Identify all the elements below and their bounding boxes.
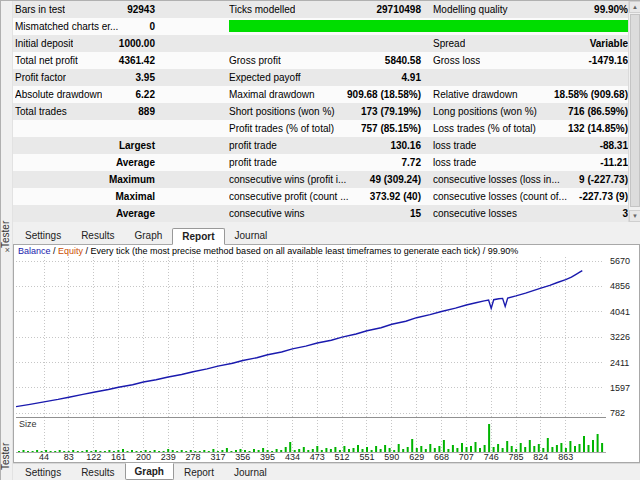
tab-results[interactable]: Results [71,227,124,244]
chart-legend: Balance / Equity / Every tick (the most … [18,246,603,257]
tab-results[interactable]: Results [71,464,124,480]
tab-report[interactable]: Report [174,464,224,480]
y-tick-label: 2411 [610,358,640,368]
tab-journal[interactable]: Journal [224,464,277,480]
report-label: Total net profit [15,55,78,66]
legend-separator: / [51,246,59,256]
report-row: Averageprofit trade7.72loss trade-11.21 [13,154,628,171]
report-value: Maximal [116,191,155,202]
x-tick-label: 824 [529,452,553,462]
report-value: Average [116,208,155,219]
report-row: Initial deposit1000.00SpreadVariable [13,35,628,52]
x-tick-label: 395 [256,452,280,462]
x-tick-label: 356 [231,452,255,462]
scroll-up-icon[interactable]: ▲ [629,1,640,13]
report-row: Total trades889Short positions (won %)17… [13,103,628,120]
report-row: Mismatched charts er...0 [13,18,628,35]
report-value: 130.16 [390,140,421,151]
x-tick-label: 629 [405,452,429,462]
x-tick-label: 512 [330,452,354,462]
x-tick-label: 122 [82,452,106,462]
report-value: 373.92 (40) [370,191,421,202]
x-tick-label: 44 [32,452,56,462]
report-label: loss trade [433,140,476,151]
y-tick-label: 4041 [610,307,640,317]
tester-tabbar: SettingsResultsGraphReportJournal [13,463,640,480]
tab-graph[interactable]: Graph [125,227,173,244]
report-label: Profit trades (% of total) [229,123,334,134]
report-value: 99.90% [594,4,628,15]
report-label: Expected payoff [229,72,301,83]
report-value: -11.21 [600,157,628,168]
report-value: 757 (85.15%) [361,123,421,134]
x-tick-label: 863 [554,452,578,462]
report-value: 132 (14.85%) [568,123,628,134]
x-tick-label: 785 [504,452,528,462]
size-axis-label: Size [19,419,37,429]
report-value: 6.22 [136,89,155,100]
report-label: Maximal drawdown [229,89,315,100]
report-label: Gross loss [433,55,480,66]
report-label: Short positions (won %) [229,106,335,117]
tab-report[interactable]: Report [172,228,224,245]
x-tick-label: 707 [454,452,478,462]
report-value: -1479.16 [589,55,628,66]
tester-panel: × Tester Tester Bars in test92943Ticks m… [0,0,640,480]
scroll-down-icon[interactable]: ▼ [629,210,640,222]
x-tick-label: 590 [380,452,404,462]
report-value: 4361.42 [119,55,155,66]
x-tick-label: 746 [479,452,503,462]
report-row: Total net profit4361.42Gross profit5840.… [13,52,628,69]
y-tick-label: 1597 [610,383,640,393]
y-tick-label: 782 [610,408,640,418]
report-row: Profit factor3.95Expected payoff4.91 [13,69,628,86]
x-tick-label: 668 [429,452,453,462]
report-value: 5840.58 [385,55,421,66]
report-row: Maximalconsecutive profit (count ...373.… [13,188,628,205]
report-label: consecutive wins [229,208,305,219]
report-value: -227.73 (9) [579,191,628,202]
report-value: 3.95 [136,72,155,83]
report-value: 889 [138,106,155,117]
tab-graph[interactable]: Graph [125,463,174,480]
x-tick-label: 83 [57,452,81,462]
report-value: 173 (79.19%) [361,106,421,117]
x-tick-label: 239 [156,452,180,462]
report-label: profit trade [229,157,277,168]
tester-vertical-title: Tester [0,433,14,479]
tab-journal[interactable]: Journal [225,227,278,244]
report-label: Gross profit [229,55,281,66]
x-tick-label: 278 [181,452,205,462]
report-label: Long positions (won %) [433,106,537,117]
tab-settings[interactable]: Settings [15,227,71,244]
size-chart [16,417,606,453]
report-scrollbar[interactable]: ▲ ▼ [628,1,640,222]
report-label: Loss trades (% of total) [433,123,536,134]
report-value: 0 [149,21,155,32]
x-tick-label: 200 [131,452,155,462]
report-label: profit trade [229,140,277,151]
report-row: Profit trades (% of total)757 (85.15%)Lo… [13,120,628,137]
tab-settings[interactable]: Settings [15,464,71,480]
report-row: Bars in test92943Ticks modelled29710498M… [13,1,628,18]
report-row: Averageconsecutive wins15consecutive los… [13,205,628,222]
legend-equity: Equity [58,246,83,256]
report-value: 9 (-227.73) [579,174,628,185]
scrollbar-thumb[interactable] [630,14,640,207]
tester-vertical-title: Tester [0,211,14,257]
report-label: Profit factor [15,72,66,83]
report-label: Modelling quality [433,4,508,15]
report-label: Bars in test [15,4,65,15]
report-value: 18.58% (909.68) [554,89,628,100]
report-label: Initial deposit [15,38,73,49]
report-value: Largest [119,140,155,151]
report-label: consecutive losses (loss in... [433,174,560,185]
report-label: Relative drawdown [433,89,518,100]
report-label: loss trade [433,157,476,168]
report-tabbar: SettingsResultsGraphReportJournal [13,222,640,244]
report-row: Absolute drawdown6.22Maximal drawdown909… [13,86,628,103]
x-tick-label: 434 [280,452,304,462]
report-value: 909.68 (18.58%) [347,89,421,100]
report-value: 15 [410,208,421,219]
legend-description: / Every tick (the most precise method ba… [83,246,518,256]
